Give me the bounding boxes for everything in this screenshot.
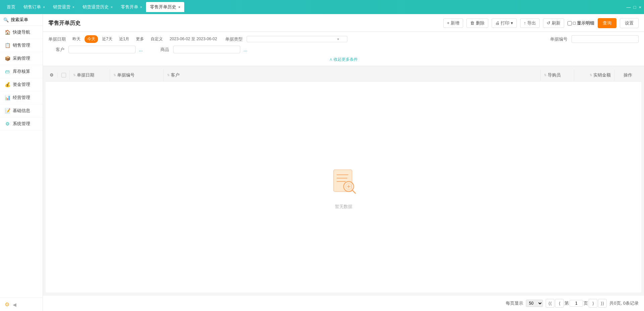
search-icon: 🔍: [3, 17, 9, 22]
filter-row-2: 客户 ... 商品 ...: [48, 46, 639, 53]
empty-text: 暂无数据: [335, 204, 352, 210]
tab-retail-open-history-close[interactable]: ×: [178, 5, 180, 9]
svg-line-6: [352, 190, 355, 193]
th-order-no-label: 单据编号: [117, 72, 135, 78]
page-number-input[interactable]: [569, 300, 583, 307]
tab-sales-return[interactable]: 销货退货 ×: [49, 2, 79, 12]
order-no-input[interactable]: [572, 35, 639, 43]
filter-product-group: 商品 ...: [153, 46, 250, 53]
product-select-btn[interactable]: ...: [242, 47, 250, 52]
th-amount[interactable]: ⇅ 实销金额: [574, 69, 614, 81]
system-icon: ⚙: [5, 121, 10, 126]
page-label: 第: [564, 300, 569, 306]
pagination: 每页显示 50 10 20 100 ⟨⟨ ⟨ 第 页 ⟩ ⟩⟩ 共0页, 0条记…: [43, 295, 644, 311]
tab-sales-order-label: 销售订单: [23, 4, 41, 10]
tab-home-label: 首页: [7, 4, 15, 10]
tab-retail-open-history-label: 零售开单历史: [150, 4, 176, 10]
tab-sales-return-label: 销货退货: [53, 4, 70, 10]
product-input[interactable]: [173, 46, 240, 53]
page-next-btn[interactable]: ⟩: [589, 299, 597, 308]
sidebar-item-purchase-mgmt[interactable]: 📦 采购管理: [0, 52, 43, 65]
th-checkbox[interactable]: [58, 70, 70, 80]
filter-order-no-group: 单据编号: [550, 35, 639, 43]
order-type-select[interactable]: ▾: [247, 36, 347, 42]
date-btn-today[interactable]: 今天: [85, 35, 98, 43]
print-button[interactable]: 🖨 打印 ▾: [492, 18, 517, 28]
sidebar-item-quick-nav[interactable]: 🏠 快捷导航: [0, 26, 43, 39]
sidebar-item-inventory[interactable]: 🗃 库存核算: [0, 65, 43, 78]
purchase-icon: 📦: [5, 56, 10, 61]
sidebar-item-system[interactable]: ⚙ 系统管理: [0, 117, 43, 131]
empty-state: 暂无数据: [46, 82, 641, 293]
filter-customer-group: 客户 ...: [48, 46, 145, 53]
window-min-btn[interactable]: —: [627, 5, 631, 10]
sidebar-item-purchase-mgmt-label: 采购管理: [13, 55, 30, 61]
window-close-btn[interactable]: ×: [639, 5, 641, 10]
page-first-btn[interactable]: ⟨⟨: [546, 299, 554, 308]
date-btn-1month[interactable]: 近1月: [116, 35, 132, 43]
date-label: 单据日期: [48, 36, 68, 42]
delete-button[interactable]: 🗑 删除: [466, 18, 488, 28]
per-page-select[interactable]: 50 10 20 100: [526, 300, 543, 307]
date-btn-group: 昨天 今天 近7天 近1月 更多 自定义: [70, 35, 165, 43]
customer-select-btn[interactable]: ...: [137, 47, 145, 52]
page-title: 零售开单历史: [48, 20, 81, 30]
sidebar-search[interactable]: 🔍 搜索采单: [0, 14, 43, 26]
date-btn-more[interactable]: 更多: [133, 35, 147, 43]
export-label: ↑ 导出: [524, 20, 536, 26]
page-last-btn[interactable]: ⟩⟩: [598, 299, 607, 308]
th-order-no[interactable]: ⇅ 单据编号: [110, 69, 164, 81]
tab-sales-order-close[interactable]: ×: [43, 5, 45, 9]
tab-home[interactable]: 首页: [3, 2, 19, 12]
tab-retail-open-history[interactable]: 零售开单历史 ×: [146, 2, 184, 12]
sidebar-item-sales-mgmt[interactable]: 📋 销售管理: [0, 39, 43, 52]
sidebar-bottom: ⚙ ◀: [0, 298, 43, 311]
sidebar-item-finance-label: 资金管理: [13, 82, 30, 88]
sidebar-item-basic-info[interactable]: 📝 基础信息: [0, 104, 43, 117]
tab-sales-order[interactable]: 销售订单 ×: [19, 2, 49, 12]
total-info: 共0页, 0条记录: [609, 300, 639, 306]
sort-icon-order-no: ⇅: [113, 73, 116, 77]
sidebar-item-inventory-label: 库存核算: [13, 68, 30, 74]
page-prev-btn[interactable]: ⟨: [555, 299, 564, 308]
tab-sales-return-history[interactable]: 销货退货历史 ×: [79, 2, 117, 12]
basic-info-icon: 📝: [5, 108, 10, 113]
add-label: + 新增: [447, 20, 459, 26]
sidebar-item-sales-mgmt-label: 销售管理: [13, 42, 30, 48]
select-all-checkbox[interactable]: [61, 73, 66, 77]
show-detail-checkbox[interactable]: [567, 21, 572, 25]
operations-icon: 📊: [5, 95, 10, 100]
sidebar-search-label: 搜索采单: [11, 17, 28, 23]
show-detail-toggle[interactable]: □ 显示明细: [567, 20, 594, 26]
tab-retail-open-close[interactable]: ×: [140, 5, 142, 9]
main-layout: 🔍 搜索采单 🏠 快捷导航 📋 销售管理 📦 采购管理 🗃 库存核算 💰 资金管…: [0, 14, 644, 311]
add-button[interactable]: + 新增: [443, 18, 463, 28]
th-gear[interactable]: ⚙: [46, 72, 58, 77]
th-customer[interactable]: ⇅ 客户: [164, 69, 541, 81]
th-date-label: 单据日期: [77, 72, 94, 78]
filter-area: 单据日期 昨天 今天 近7天 近1月 更多 自定义 2023-06-02 至 2…: [43, 32, 644, 66]
collapse-btn[interactable]: ∧ 收起更多条件: [329, 57, 358, 62]
settings-icon[interactable]: ⚙: [5, 301, 9, 308]
query-button[interactable]: 查询: [598, 18, 616, 28]
date-btn-custom[interactable]: 自定义: [148, 35, 165, 43]
tab-sales-return-history-close[interactable]: ×: [111, 5, 113, 9]
sort-icon-date: ⇅: [73, 73, 76, 77]
sidebar-item-operations[interactable]: 📊 经营管理: [0, 91, 43, 104]
sort-icon-amount: ⇅: [590, 73, 592, 77]
customer-input[interactable]: [68, 46, 136, 53]
tab-sales-return-close[interactable]: ×: [72, 5, 75, 9]
refresh-button[interactable]: ↺ 刷新: [543, 18, 564, 28]
empty-icon: [327, 165, 360, 198]
sidebar-item-finance[interactable]: 💰 资金管理: [0, 78, 43, 91]
tab-retail-open[interactable]: 零售开单 ×: [117, 2, 146, 12]
content-area: 零售开单历史 + 新增 🗑 删除 🖨 打印 ▾ ↑ 导出 ↺ 刷新: [43, 14, 644, 311]
collapse-sidebar-icon[interactable]: ◀: [13, 302, 16, 307]
date-btn-yesterday[interactable]: 昨天: [70, 35, 83, 43]
window-max-btn[interactable]: □: [634, 5, 636, 10]
settings-button[interactable]: 设置: [620, 18, 639, 28]
export-button[interactable]: ↑ 导出: [520, 18, 540, 28]
th-date[interactable]: ⇅ 单据日期: [70, 69, 110, 81]
th-guide[interactable]: ⇅ 导购员: [541, 69, 574, 81]
date-btn-7days[interactable]: 近7天: [99, 35, 115, 43]
